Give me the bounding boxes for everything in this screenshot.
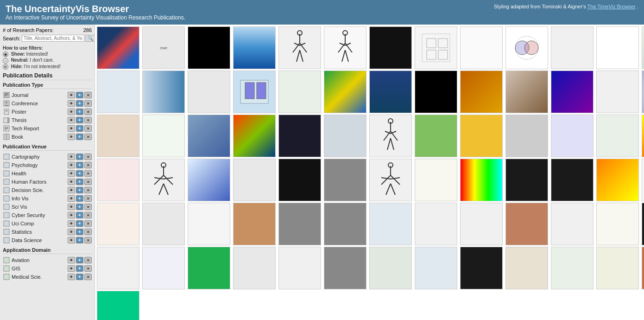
thumbnail-9[interactable] (505, 26, 548, 69)
cyber-security-hide-btn[interactable]: ✕ (84, 212, 92, 218)
sci-vis-hide-btn[interactable]: ✕ (84, 204, 92, 210)
filter-psychology[interactable]: Psychology 👁 👁 ✕ (3, 161, 92, 169)
thesis-show-btn[interactable]: 👁 (68, 117, 75, 123)
thumbnail-62[interactable] (369, 203, 412, 245)
thumbnail-30[interactable] (188, 115, 230, 157)
thumbnail-72[interactable] (188, 247, 230, 289)
cartography-neutral-btn[interactable]: 👁 (76, 154, 83, 160)
thumbnail-44[interactable] (188, 159, 230, 201)
gis-show-btn[interactable]: 👁 (68, 265, 75, 272)
tech-report-show-btn[interactable]: 👁 (68, 125, 75, 132)
human-factors-neutral-btn[interactable]: 👁 (76, 179, 83, 185)
psychology-show-btn[interactable]: 👁 (68, 162, 75, 168)
sci-vis-show-btn[interactable]: 👁 (68, 204, 75, 210)
thumbnail-19[interactable] (324, 70, 366, 113)
thumbnail-10[interactable] (551, 26, 593, 69)
statistics-neutral-btn[interactable]: 👁 (76, 229, 83, 235)
filter-health[interactable]: Health 👁 👁 ✕ (3, 169, 92, 178)
journal-show-btn[interactable]: 👁 (68, 92, 75, 98)
thumbnail-8[interactable] (460, 26, 503, 69)
filter-data-science[interactable]: Data Science 👁 👁 ✕ (3, 236, 92, 244)
info-vis-show-btn[interactable]: 👁 (68, 195, 75, 202)
journal-hide-btn[interactable]: ✕ (84, 92, 92, 98)
thumbnail-51[interactable] (505, 159, 548, 201)
thumbnail-66[interactable] (551, 203, 593, 245)
thumbnail-40[interactable] (642, 115, 644, 157)
filter-aviation[interactable]: Aviation 👁 👁 ✕ (3, 256, 92, 264)
thumbnail-63[interactable] (415, 203, 457, 245)
uci-comp-hide-btn[interactable]: ✕ (84, 220, 92, 227)
thumbnail-73[interactable] (233, 247, 276, 289)
thumbnail-64[interactable] (460, 203, 503, 245)
human-factors-hide-btn[interactable]: ✕ (84, 179, 92, 185)
thumbnail-7[interactable] (415, 26, 457, 69)
thumbnail-70[interactable] (97, 247, 139, 289)
data-science-neutral-btn[interactable]: 👁 (76, 237, 83, 243)
health-show-btn[interactable]: 👁 (68, 170, 75, 177)
filter-book[interactable]: Book 👁 👁 ✕ (3, 133, 92, 141)
statistics-hide-btn[interactable]: ✕ (84, 229, 92, 235)
conference-show-btn[interactable]: 👁 (68, 100, 75, 107)
thumbnail-58[interactable] (188, 203, 230, 245)
thumbnail-39[interactable] (596, 115, 639, 157)
tech-report-neutral-btn[interactable]: 👁 (76, 125, 83, 132)
thumbnail-24[interactable] (551, 70, 593, 113)
poster-hide-btn[interactable]: ✕ (84, 109, 92, 115)
thumbnail-65[interactable] (505, 203, 548, 245)
thumbnail-53[interactable] (596, 159, 639, 201)
filter-conference[interactable]: Conference 👁 👁 ✕ (3, 99, 92, 108)
thumbnail-5[interactable] (324, 26, 366, 69)
attribution-link[interactable]: The TimeViz Browser (587, 4, 636, 9)
thumbnail-77[interactable] (415, 247, 457, 289)
thumbnail-67[interactable] (596, 203, 639, 245)
thumbnail-11[interactable] (596, 26, 639, 69)
thumbnail-61[interactable] (324, 203, 366, 245)
thumbnail-43[interactable] (142, 159, 185, 201)
thumbnail-54[interactable] (642, 159, 644, 201)
filter-cartography[interactable]: Cartography 👁 👁 ✕ (3, 153, 92, 161)
thumbnail-28[interactable] (97, 115, 139, 157)
thesis-neutral-btn[interactable]: 👁 (76, 117, 83, 123)
thumbnail-68[interactable] (642, 203, 644, 245)
conference-hide-btn[interactable]: ✕ (84, 100, 92, 107)
filter-journal[interactable]: Journal 👁 👁 ✕ (3, 91, 92, 99)
thumbnail-26[interactable] (642, 70, 644, 113)
journal-neutral-btn[interactable]: 👁 (76, 92, 83, 98)
thumbnail-57[interactable] (142, 203, 185, 245)
book-neutral-btn[interactable]: 👁 (76, 134, 83, 140)
filter-poster[interactable]: Poster 👁 👁 ✕ (3, 108, 92, 116)
thumbnail-35[interactable] (415, 115, 457, 157)
content-area[interactable]: chart (95, 25, 644, 320)
thumbnail-29[interactable] (142, 115, 185, 157)
thumbnail-2[interactable] (188, 26, 230, 69)
gis-neutral-btn[interactable]: 👁 (76, 265, 83, 272)
search-input[interactable] (22, 35, 84, 42)
thumbnail-50[interactable] (460, 159, 503, 201)
health-neutral-btn[interactable]: 👁 (76, 170, 83, 177)
thumbnail-80[interactable] (551, 247, 593, 289)
thumbnail-59[interactable] (233, 203, 276, 245)
filter-statistics[interactable]: Statistics 👁 👁 ✕ (3, 228, 92, 236)
poster-neutral-btn[interactable]: 👁 (76, 109, 83, 115)
thumbnail-1[interactable]: chart (142, 26, 185, 69)
gis-hide-btn[interactable]: ✕ (84, 265, 92, 272)
book-hide-btn[interactable]: ✕ (84, 134, 92, 140)
thumbnail-0[interactable] (97, 26, 139, 69)
thumbnail-78[interactable] (460, 247, 503, 289)
uci-comp-show-btn[interactable]: 👁 (68, 220, 75, 227)
thumbnail-45[interactable] (233, 159, 276, 201)
thumbnail-56[interactable] (97, 203, 139, 245)
filter-human-factors[interactable]: Human Factors 👁 👁 ✕ (3, 178, 92, 186)
cyber-security-neutral-btn[interactable]: 👁 (76, 212, 83, 218)
thumbnail-18[interactable] (278, 70, 321, 113)
poster-show-btn[interactable]: 👁 (68, 109, 75, 115)
thumbnail-46[interactable] (278, 159, 321, 201)
decision-sci-neutral-btn[interactable]: 👁 (76, 187, 83, 193)
thumbnail-47[interactable] (324, 159, 366, 201)
thumbnail-42[interactable] (97, 159, 139, 201)
filter-uci-comp[interactable]: Uci Comp 👁 👁 ✕ (3, 219, 92, 228)
thumbnail-4[interactable] (278, 26, 321, 69)
thumbnail-75[interactable] (324, 247, 366, 289)
thumbnail-33[interactable] (324, 115, 366, 157)
medical-sci-hide-btn[interactable]: ✕ (84, 274, 92, 280)
